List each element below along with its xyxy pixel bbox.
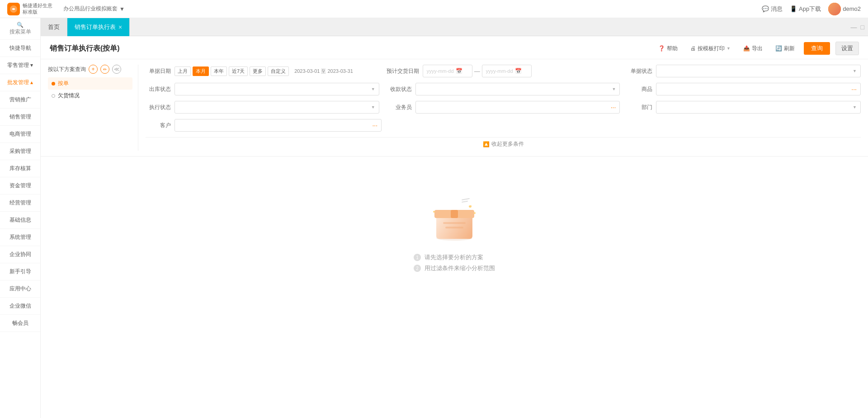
query-button[interactable]: 查询 — [804, 42, 830, 55]
search-icon: 🔍 — [17, 22, 24, 28]
expected-date-from[interactable]: yyyy-mm-dd 📅 — [423, 65, 472, 77]
customer-select[interactable]: ··· — [175, 119, 382, 132]
page-content: 销售订单执行表(按单) ❓ 帮助 🖨 按模板打印 ▼ 📤 导出 — [41, 36, 868, 418]
outstock-select[interactable]: ▼ — [175, 83, 379, 95]
salesperson-select[interactable]: ··· — [415, 101, 620, 114]
receipt-select[interactable]: ▼ — [415, 83, 620, 95]
exec-select[interactable]: ▼ — [175, 101, 379, 114]
sidebar-item-wholesale[interactable]: 批发管理 ▴ — [0, 74, 40, 91]
plan-label: 按以下方案查询 — [48, 66, 86, 73]
template-print-button[interactable]: 🖨 按模板打印 ▼ — [687, 43, 734, 54]
filter-row-1: 单据日期 上月 本月 本年 近7天 更多 自定义 2023-03-01 至 20… — [146, 65, 861, 77]
period-custom[interactable]: 自定义 — [268, 66, 289, 76]
filter-row-2: 出库状态 ▼ 收款状态 ▼ — [146, 83, 861, 95]
sidebar-item-wechat[interactable]: 企业微信 — [0, 298, 40, 315]
expected-date-to[interactable]: yyyy-mm-dd 📅 — [482, 65, 532, 77]
calendar-to-icon[interactable]: 📅 — [515, 68, 522, 74]
sidebar-item-ecommerce[interactable]: 电商管理 — [0, 126, 40, 143]
sidebar-item-finance[interactable]: 资金管理 — [0, 177, 40, 195]
sidebar-item-enterprise[interactable]: 企业协同 — [0, 246, 40, 263]
sidebar-search[interactable]: 🔍 搜索菜单 — [0, 18, 40, 40]
sidebar-item-newbie[interactable]: 新手引导 — [0, 263, 40, 280]
department-select[interactable]: ▼ — [656, 101, 861, 114]
plan-dot-inactive — [52, 94, 55, 98]
refresh-icon: 🔄 — [775, 45, 782, 52]
tab-close-icon[interactable]: × — [118, 24, 122, 31]
tab-sales-order[interactable]: 销售订单执行表 × — [67, 18, 130, 36]
settings-button[interactable]: 设置 — [835, 42, 859, 55]
edit-plan-button[interactable]: ✏ — [100, 65, 109, 74]
empty-steps: 1 请先选择要分析的方案 2 用过滤条件来缩小分析范围 — [414, 253, 495, 275]
export-button[interactable]: 📤 导出 — [740, 43, 766, 54]
app-selector[interactable]: 办公用品行业模拟账套 ▼ — [63, 5, 125, 13]
svg-rect-8 — [443, 222, 466, 224]
goods-more-icon[interactable]: ··· — [851, 86, 857, 93]
message-label: 消息 — [771, 5, 783, 13]
single-status-select[interactable]: ▼ — [656, 65, 861, 77]
svg-rect-9 — [445, 227, 463, 228]
filter-plan-header: 按以下方案查询 + ✏ ≪ — [48, 65, 132, 74]
period-this-year[interactable]: 本年 — [211, 66, 227, 76]
filter-field-expected-date: 预计交货日期 yyyy-mm-dd 📅 — yyyy-mm-dd 📅 — [387, 65, 620, 77]
sidebar-item-operations[interactable]: 经营管理 — [0, 195, 40, 212]
sidebar-item-basic[interactable]: 基础信息 — [0, 212, 40, 229]
goods-select[interactable]: ··· — [656, 83, 861, 95]
help-button[interactable]: ❓ 帮助 — [655, 43, 681, 54]
app-download-action[interactable]: 📱 App下载 — [790, 5, 821, 13]
collapse-row: 🔼 收起更多条件 — [146, 137, 861, 151]
sidebar-item-inventory[interactable]: 库存核算 — [0, 160, 40, 177]
plan-nav-order[interactable]: 按单 — [48, 77, 132, 90]
svg-point-7 — [433, 211, 435, 213]
salesperson-label: 业务员 — [387, 104, 412, 111]
period-this-month[interactable]: 本月 — [193, 66, 209, 76]
sidebar-item-member[interactable]: 畅会员 — [0, 315, 40, 332]
header-left: 畅捷通好生意 标准版 办公用品行业模拟账套 ▼ — [7, 3, 125, 15]
message-action[interactable]: 💬 消息 — [762, 5, 783, 13]
customer-more-icon[interactable]: ··· — [372, 122, 377, 129]
filter-row-4: 客户 ··· — [146, 119, 861, 132]
collapse-button[interactable]: 🔼 收起更多条件 — [483, 140, 524, 148]
export-icon: 📤 — [743, 45, 750, 52]
step-1-num: 1 — [414, 254, 421, 261]
user-action[interactable]: demo2 — [828, 3, 861, 15]
date-separator: — — [474, 68, 480, 75]
empty-state: 1 请先选择要分析的方案 2 用过滤条件来缩小分析范围 — [41, 157, 868, 311]
tab-maximize-btn[interactable]: □ — [861, 24, 864, 31]
sidebar-item-sales[interactable]: 销售管理 — [0, 109, 40, 126]
filter-field-salesperson: 业务员 ··· — [387, 101, 620, 114]
sidebar-item-appstore[interactable]: 应用中心 — [0, 280, 40, 298]
period-more[interactable]: 更多 — [250, 66, 266, 76]
page-actions: ❓ 帮助 🖨 按模板打印 ▼ 📤 导出 🔄 刷新 — [655, 42, 859, 55]
tab-home[interactable]: 首页 — [41, 18, 67, 36]
filter-right: 单据日期 上月 本月 本年 近7天 更多 自定义 2023-03-01 至 20… — [138, 65, 861, 151]
sidebar-item-purchase[interactable]: 采购管理 — [0, 143, 40, 160]
collapse-plan-button[interactable]: ≪ — [112, 65, 121, 74]
plan-nav-debt[interactable]: 欠货情况 — [48, 90, 132, 102]
filter-field-receiptstatus: 收款状态 ▼ — [387, 83, 620, 95]
filter-row-3: 执行状态 ▼ 业务员 ··· — [146, 101, 861, 114]
add-plan-button[interactable]: + — [89, 65, 98, 74]
outstock-chevron: ▼ — [371, 87, 375, 91]
tab-bar-actions: — □ — [851, 24, 868, 31]
calendar-from-icon[interactable]: 📅 — [456, 68, 462, 74]
sidebar-item-retail[interactable]: 零售管理 ▾ — [0, 57, 40, 74]
sidebar-item-quicknav[interactable]: 快捷导航 — [0, 40, 40, 57]
empty-illustration — [427, 193, 481, 242]
outstock-label: 出库状态 — [146, 86, 171, 93]
period-last-month[interactable]: 上月 — [175, 66, 191, 76]
empty-step-1: 1 请先选择要分析的方案 — [414, 253, 495, 261]
help-icon: ❓ — [658, 45, 665, 52]
date-range-display: 2023-03-01 至 2023-03-31 — [294, 68, 353, 75]
salesperson-more-icon[interactable]: ··· — [611, 104, 616, 111]
tab-minimize-btn[interactable]: — — [851, 24, 857, 31]
svg-point-6 — [474, 212, 476, 214]
single-date-label: 单据日期 — [146, 67, 171, 75]
exec-label: 执行状态 — [146, 104, 171, 111]
logo-icon — [7, 3, 20, 15]
filter-field-department: 部门 ▼ — [627, 101, 861, 114]
filter-field-customer: 客户 ··· — [146, 119, 382, 132]
period-last7days[interactable]: 近7天 — [229, 66, 248, 76]
sidebar-item-system[interactable]: 系统管理 — [0, 229, 40, 246]
refresh-button[interactable]: 🔄 刷新 — [772, 43, 798, 54]
sidebar-item-marketing[interactable]: 营销推广 — [0, 91, 40, 109]
